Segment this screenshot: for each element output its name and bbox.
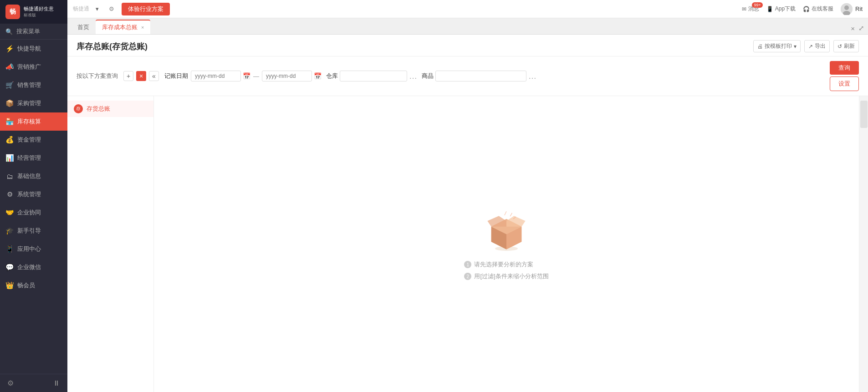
panel-expand-button[interactable]: ⤢ [858, 24, 864, 32]
export-button[interactable]: ↗ 导出 [804, 40, 830, 52]
filter-right-buttons: 查询 设置 [830, 61, 859, 91]
system-icon: ⚙ [5, 190, 14, 199]
page-header-actions: 🖨 按模板打印 ▾ ↗ 导出 ↺ 刷新 [753, 40, 859, 52]
operation-icon: 📊 [5, 154, 14, 162]
sales-icon: 🛒 [5, 81, 14, 89]
sidebar-nav: ⚡ 快捷导航 📣 营销推广 🛒 销售管理 📦 采购管理 🏪 库存核算 💰 资金管… [0, 40, 67, 374]
sidebar-item-label: 快捷导航 [17, 45, 41, 53]
base-icon: 🗂 [5, 173, 14, 180]
sidebar-item-member[interactable]: 👑 畅会员 [0, 276, 67, 295]
sidebar-item-label: 基础信息 [17, 172, 41, 180]
breadcrumb-text: 畅捷通 [73, 5, 89, 13]
app-center-icon: 📱 [5, 245, 14, 253]
user-name: Rit [855, 5, 863, 12]
app-download-label: App下载 [775, 5, 796, 13]
filter-collapse-button[interactable]: « [149, 71, 159, 81]
filter-row: 记账日期 📅 — 📅 仓库 … [164, 71, 824, 81]
calendar-from-icon[interactable]: 📅 [243, 72, 250, 80]
tip-text-1: 请先选择要分析的方案 [474, 260, 533, 269]
sidebar-item-cooperation[interactable]: 🤝 企业协同 [0, 204, 67, 222]
date-to-field[interactable] [262, 71, 312, 81]
refresh-button[interactable]: ↺ 刷新 [833, 40, 859, 52]
sidebar-item-app-center[interactable]: 📱 应用中心 [0, 240, 67, 258]
topbar: 畅捷通 ▾ ⚙ 体验行业方案 ✉ 消息 99+ 📱 App下载 🎧 在线客服 [67, 0, 868, 18]
audio-icon[interactable]: ⏸ [53, 379, 60, 387]
content-main: 1 请先选择要分析的方案 2 用[过滤]条件来缩小分析范围 [154, 96, 859, 392]
export-icon: ↗ [808, 43, 813, 50]
content-area: 存 存货总账 [67, 96, 868, 392]
breadcrumb: 畅捷通 [73, 5, 89, 13]
sidebar-item-wechat[interactable]: 💬 企业微信 [0, 258, 67, 276]
sidebar-item-base[interactable]: 🗂 基础信息 [0, 167, 67, 185]
date-filter-field: 记账日期 📅 — 📅 [164, 71, 322, 81]
empty-tip-2: 2 用[过滤]条件来缩小分析范围 [464, 272, 548, 280]
sidebar-search-label: 搜索菜单 [16, 27, 40, 36]
product-more-button[interactable]: … [528, 72, 536, 80]
sidebar-item-sales[interactable]: 🛒 销售管理 [0, 76, 67, 94]
tab-inventory-label: 库存成本总账 [102, 23, 138, 31]
date-from-field[interactable] [191, 71, 241, 81]
product-input[interactable] [435, 71, 526, 81]
calendar-to-icon[interactable]: 📅 [314, 72, 322, 80]
right-panel [859, 96, 868, 392]
product-label: 商品 [422, 72, 434, 80]
industry-solution-button[interactable]: 体验行业方案 [122, 3, 170, 15]
sidebar-item-operation[interactable]: 📊 经营管理 [0, 149, 67, 167]
product-filter-field: 商品 … [422, 71, 536, 81]
scheme-item-inventory-ledger[interactable]: 存 存货总账 [67, 101, 153, 117]
avatar [841, 3, 853, 15]
tip-num-2: 2 [464, 273, 471, 280]
right-scroll-handle[interactable] [860, 101, 868, 128]
settings-icon[interactable]: ⚙ [7, 379, 14, 387]
sidebar-item-label: 资金管理 [17, 136, 41, 144]
finance-icon: 💰 [5, 136, 14, 144]
sidebar-item-quick-nav[interactable]: ⚡ 快捷导航 [0, 40, 67, 58]
refresh-label: 刷新 [844, 42, 855, 50]
empty-tip-1: 1 请先选择要分析的方案 [464, 260, 548, 269]
sidebar-item-finance[interactable]: 💰 资金管理 [0, 131, 67, 149]
sidebar-item-label: 企业协同 [17, 209, 41, 217]
template-print-button[interactable]: 🖨 按模板打印 ▾ [753, 40, 801, 52]
sidebar-item-inventory[interactable]: 🏪 库存核算 [0, 112, 67, 131]
topbar-settings-button[interactable]: ⚙ [105, 3, 118, 15]
empty-tips: 1 请先选择要分析的方案 2 用[过滤]条件来缩小分析范围 [464, 260, 548, 280]
svg-marker-9 [487, 216, 506, 226]
warehouse-more-button[interactable]: … [409, 72, 417, 80]
logo-text-block: 畅捷通好生意 标准版 [24, 5, 54, 18]
tab-home[interactable]: 首页 [71, 20, 96, 34]
online-service-button[interactable]: 🎧 在线客服 [803, 5, 833, 13]
panel-close-button[interactable]: × [851, 25, 855, 32]
warehouse-filter-field: 仓库 … [326, 71, 417, 81]
sidebar-search[interactable]: 🔍 搜索菜单 [0, 24, 67, 40]
quick-nav-icon: ⚡ [5, 45, 14, 53]
tab-home-label: 首页 [77, 23, 89, 31]
query-button[interactable]: 查询 [830, 61, 859, 75]
setting-button[interactable]: 设置 [830, 76, 859, 91]
warehouse-label: 仓库 [326, 72, 338, 80]
template-print-label: 按模板打印 [765, 42, 792, 50]
page-title: 库存总账(存货总账) [77, 41, 148, 52]
tab-close-button[interactable]: × [141, 25, 144, 30]
phone-icon: 📱 [766, 6, 773, 12]
filter-remove-button[interactable]: × [136, 71, 146, 81]
sidebar-item-guide[interactable]: 🎓 新手引导 [0, 222, 67, 240]
filter-add-button[interactable]: + [123, 71, 133, 81]
tip-num-1: 1 [464, 261, 471, 268]
topbar-actions: ✉ 消息 99+ 📱 App下载 🎧 在线客服 [742, 3, 863, 15]
empty-illustration [484, 208, 529, 253]
sidebar-item-label: 销售管理 [17, 81, 41, 89]
topbar-dropdown[interactable]: ▾ [93, 4, 102, 14]
sidebar-item-system[interactable]: ⚙ 系统管理 [0, 185, 67, 204]
user-info[interactable]: Rit [841, 3, 863, 15]
message-button[interactable]: ✉ 消息 99+ [742, 5, 759, 13]
warehouse-input[interactable] [340, 71, 407, 81]
sidebar-item-marketing[interactable]: 📣 营销推广 [0, 58, 67, 76]
export-label: 导出 [815, 42, 826, 50]
member-icon: 👑 [5, 281, 14, 290]
sidebar-item-purchase[interactable]: 📦 采购管理 [0, 94, 67, 112]
date-from-input: 📅 [191, 71, 250, 81]
refresh-icon: ↺ [837, 43, 842, 50]
app-download-button[interactable]: 📱 App下载 [766, 5, 796, 13]
tab-inventory-ledger[interactable]: 库存成本总账 × [96, 20, 150, 34]
scheme-active-icon: 存 [74, 104, 83, 113]
